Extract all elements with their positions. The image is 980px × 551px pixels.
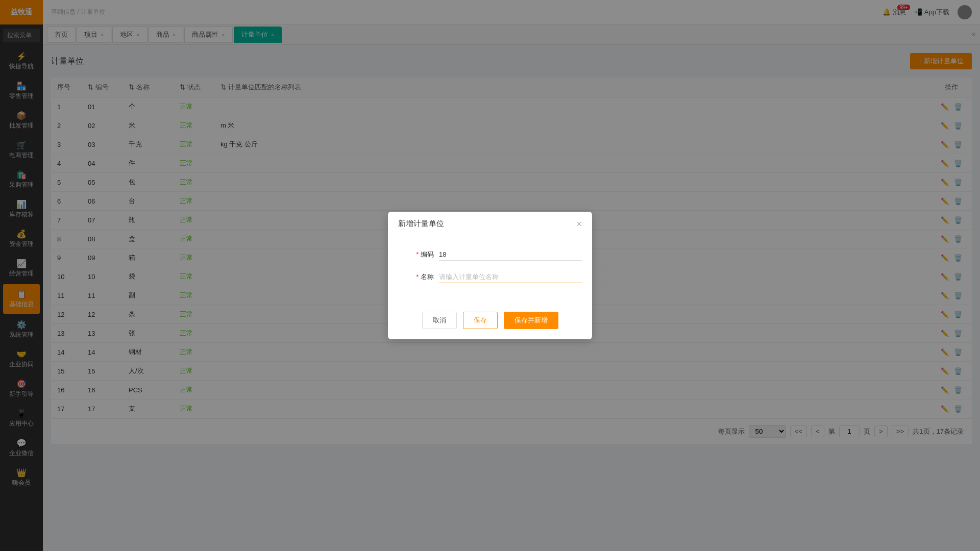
code-form-row: 编码 — [398, 248, 582, 261]
add-unit-modal: 新增计量单位 × 编码 名称 取消 保存 保存并新增 — [388, 212, 592, 339]
cancel-button[interactable]: 取消 — [422, 312, 457, 329]
modal-overlay: 新增计量单位 × 编码 名称 取消 保存 保存并新增 — [0, 0, 980, 551]
code-label: 编码 — [398, 250, 434, 259]
code-input[interactable] — [439, 248, 582, 261]
name-form-row: 名称 — [398, 271, 582, 283]
name-input[interactable] — [439, 271, 582, 283]
modal-close-button[interactable]: × — [576, 219, 582, 229]
modal-body: 编码 名称 — [388, 236, 592, 306]
modal-footer: 取消 保存 保存并新增 — [388, 306, 592, 339]
modal-title: 新增计量单位 — [398, 219, 444, 229]
name-label: 名称 — [398, 272, 434, 282]
save-and-new-button[interactable]: 保存并新增 — [504, 312, 558, 329]
save-button[interactable]: 保存 — [463, 312, 498, 329]
modal-header: 新增计量单位 × — [388, 212, 592, 236]
